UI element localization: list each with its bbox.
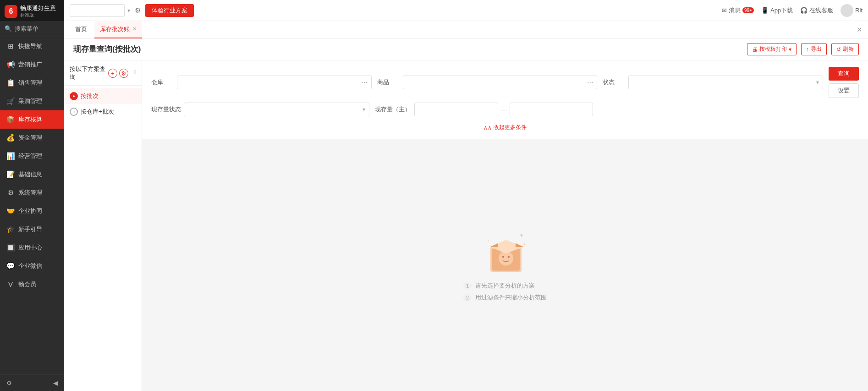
product-input[interactable]: ··· (403, 76, 598, 89)
status-select[interactable]: ▾ (628, 76, 823, 89)
search-icon: 🔍 (5, 25, 12, 32)
stock-status-dropdown-icon: ▾ (363, 106, 365, 113)
nav-icon-wechat: 💬 (6, 262, 15, 270)
chevron-up-icon: ∧∧ (483, 125, 492, 131)
empty-state: ✦ ✦ ✦ 1 请先选择要分析的方案 2 用过滤条件来缩小分析范围 (142, 139, 868, 391)
sidebar-footer: ⚙ ◀ (0, 375, 64, 391)
stock-qty-label: 现存量（主） (375, 105, 412, 114)
stock-qty-range: — (414, 103, 593, 116)
app-download-group[interactable]: 📱 App下载 (761, 6, 793, 15)
sidebar-item-marketing[interactable]: 📢 营销推广 (0, 55, 64, 74)
filter-warehouse-field: 仓库 ··· (151, 76, 372, 89)
online-support-group[interactable]: 🎧 在线客服 (800, 6, 833, 15)
scheme-header-actions: + ⚙ 《 (108, 69, 136, 78)
collapse-icon[interactable]: ◀ (53, 380, 58, 386)
settings-icon[interactable]: ⚙ (6, 380, 12, 386)
empty-svg: ✦ ✦ ✦ (482, 228, 533, 279)
main-content: ▾ ⚙ 体验行业方案 ✉ 消息 99+ 📱 App下载 🎧 在线客服 Rit (64, 0, 868, 391)
scheme-collapse-btn[interactable]: 《 (131, 69, 136, 78)
sidebar-item-inventory[interactable]: 📦 库存核算 (0, 110, 64, 129)
scheme-add-btn[interactable]: + (108, 69, 117, 78)
tab-inventory-batch[interactable]: 库存批次账 ✕ (94, 21, 142, 38)
sidebar-nav: ⊞ 快捷导航 📢 营销推广 📋 销售管理 🛒 采购管理 📦 库存核算 💰 资金管… (0, 37, 64, 375)
sidebar-item-quick-nav[interactable]: ⊞ 快捷导航 (0, 37, 64, 55)
sidebar-item-operations[interactable]: 📊 经营管理 (0, 147, 64, 165)
svg-text:✦: ✦ (522, 242, 526, 247)
sidebar-item-wechat[interactable]: 💬 企业微信 (0, 257, 64, 275)
username: Rit (855, 7, 863, 14)
headset-icon: 🎧 (800, 7, 808, 14)
template-print-btn[interactable]: 🖨 按模板打印 ▾ (747, 43, 797, 55)
app-company: 畅康通好生意 (20, 5, 56, 12)
topbar-right: ✉ 消息 99+ 📱 App下载 🎧 在线客服 Rit (722, 4, 863, 17)
topbar-search-input[interactable] (70, 4, 125, 17)
nav-icon-system: ⚙ (6, 189, 15, 197)
stock-qty-max-input[interactable] (510, 103, 593, 116)
nav-icon-quick: ⊞ (6, 42, 15, 50)
svg-text:✦: ✦ (519, 232, 524, 239)
scheme-item-by-warehouse-batch[interactable]: ○ 按仓库+批次 (64, 104, 142, 119)
refresh-btn[interactable]: ↺ 刷新 (831, 43, 859, 55)
nav-icon-operations: 📊 (6, 152, 15, 160)
topbar-gear-icon[interactable]: ⚙ (133, 5, 143, 16)
print-dropdown-icon[interactable]: ▾ (789, 46, 791, 53)
svg-text:✦: ✦ (487, 239, 490, 243)
svg-point-7 (508, 256, 510, 258)
warehouse-dots-icon[interactable]: ··· (361, 78, 367, 87)
sidebar-item-sales[interactable]: 📋 销售管理 (0, 74, 64, 92)
setting-icon: ⚙ (121, 70, 126, 77)
sidebar-item-finance[interactable]: 💰 资金管理 (0, 129, 64, 147)
collapse-conditions-btn[interactable]: ∧∧ 收起更多条件 (151, 121, 859, 134)
sidebar-item-enterprise[interactable]: 🤝 企业协同 (0, 202, 64, 220)
stock-status-label: 现存量状态 (151, 105, 181, 114)
empty-tip-2: 2 用过滤条件来缩小分析范围 (463, 293, 547, 302)
topbar-dropdown-icon[interactable]: ▾ (127, 7, 130, 14)
page-close-icon[interactable]: ✕ (857, 26, 863, 34)
app-edition: 标准版 (20, 12, 56, 18)
nav-icon-finance: 💰 (6, 134, 15, 142)
tip-num-1: 1 (463, 282, 472, 290)
stock-status-select[interactable]: ▾ (184, 103, 369, 116)
right-panel-wrapper: 仓库 ··· 商品 ··· (142, 60, 868, 391)
query-btn[interactable]: 查询 (829, 67, 859, 81)
sidebar-item-basic-info[interactable]: 📝 基础信息 (0, 165, 64, 184)
status-label: 状态 (603, 78, 626, 87)
try-industry-btn[interactable]: 体验行业方案 (145, 4, 194, 17)
tab-close-icon[interactable]: ✕ (132, 26, 137, 32)
message-icon: ✉ (722, 7, 727, 14)
sidebar-item-purchase[interactable]: 🛒 采购管理 (0, 92, 64, 110)
product-dots-icon[interactable]: ··· (587, 78, 593, 87)
warehouse-input[interactable]: ··· (177, 76, 372, 89)
topbar-left: ▾ ⚙ 体验行业方案 (70, 4, 718, 17)
print-icon: 🖨 (752, 46, 758, 53)
sidebar-item-vip[interactable]: V 畅会员 (0, 275, 64, 293)
sidebar-header: 6 畅康通好生意 标准版 (0, 0, 64, 21)
warehouse-label: 仓库 (151, 78, 174, 87)
settings-btn[interactable]: 设置 (829, 83, 859, 98)
filter-product-field: 商品 ··· (377, 76, 598, 89)
sidebar-item-system[interactable]: ⚙ 系统管理 (0, 184, 64, 202)
user-group[interactable]: Rit (841, 4, 863, 17)
export-btn[interactable]: ↑ 导出 (801, 43, 827, 55)
app-info: 畅康通好生意 标准版 (20, 5, 56, 18)
sidebar: 6 畅康通好生意 标准版 🔍 搜索菜单 ⊞ 快捷导航 📢 营销推广 📋 销售管理… (0, 0, 64, 391)
empty-tip-1: 1 请先选择要分析的方案 (463, 282, 547, 290)
app-logo: 6 (5, 5, 17, 18)
stock-qty-min-input[interactable] (414, 103, 498, 116)
scheme-active-icon: ● (70, 92, 78, 100)
nav-icon-inventory: 📦 (6, 115, 15, 124)
filter-buttons: 查询 设置 (829, 67, 859, 98)
scheme-inactive-icon: ○ (70, 108, 78, 116)
nav-icon-appcenter: 🔲 (6, 244, 15, 252)
messages-group[interactable]: ✉ 消息 99+ (722, 6, 754, 15)
export-icon: ↑ (806, 46, 809, 53)
sidebar-item-newbie[interactable]: 🎓 新手引导 (0, 220, 64, 239)
tab-home[interactable]: 首页 (70, 21, 93, 38)
scheme-setting-btn[interactable]: ⚙ (119, 69, 128, 78)
page-header: 现存量查询(按批次) 🖨 按模板打印 ▾ ↑ 导出 ↺ 刷新 (64, 38, 868, 60)
refresh-icon: ↺ (836, 46, 841, 53)
sidebar-search[interactable]: 🔍 搜索菜单 (0, 21, 64, 37)
scheme-item-by-batch[interactable]: ● 按批次 (64, 88, 142, 104)
sidebar-item-app-center[interactable]: 🔲 应用中心 (0, 239, 64, 257)
scheme-panel: 按以下方案查询 + ⚙ 《 ● 按批次 ○ 按仓库+批次 (64, 60, 142, 391)
